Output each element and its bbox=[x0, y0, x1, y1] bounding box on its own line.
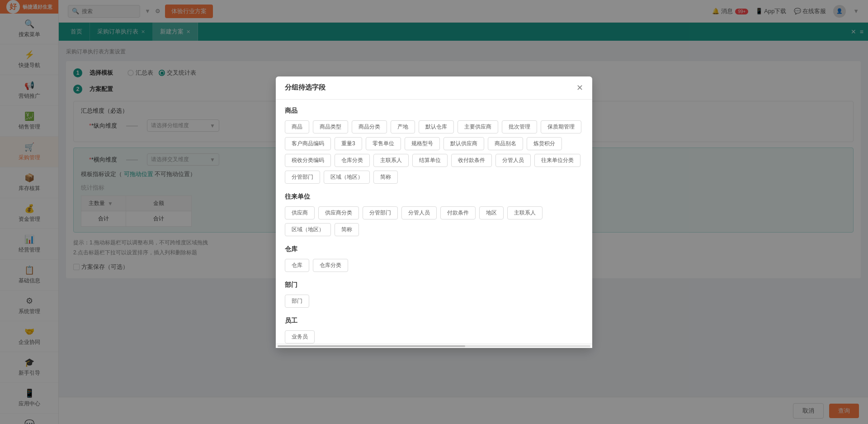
modal-section-往来单位: 往来单位供应商供应商分类分管部门分管人员付款条件地区主联系人区域（地区）简称 bbox=[285, 193, 583, 236]
field-tag[interactable]: 炼货积分 bbox=[527, 137, 562, 150]
field-grid-仓库: 仓库仓库分类 bbox=[285, 259, 583, 272]
modal-section-title: 商品 bbox=[285, 107, 583, 115]
field-tag[interactable]: 部门 bbox=[285, 295, 309, 308]
field-tag[interactable]: 仓库 bbox=[285, 259, 309, 272]
field-tag[interactable]: 收付款条件 bbox=[451, 154, 492, 167]
field-tag[interactable]: 分管部门 bbox=[285, 171, 320, 184]
field-tag[interactable]: 往来单位分类 bbox=[534, 154, 580, 167]
field-tag[interactable]: 分管人员 bbox=[401, 206, 437, 219]
field-tag[interactable]: 付款条件 bbox=[440, 206, 476, 219]
field-tag[interactable]: 主联系人 bbox=[373, 154, 409, 167]
field-tag[interactable]: 保质期管理 bbox=[541, 120, 581, 133]
field-tag[interactable]: 主联系人 bbox=[507, 206, 542, 219]
field-tag[interactable]: 零售单位 bbox=[366, 137, 401, 150]
modal-title: 分组待选字段 bbox=[285, 83, 326, 92]
modal-section-title: 员工 bbox=[285, 317, 583, 325]
field-tag[interactable]: 地区 bbox=[479, 206, 504, 219]
modal-section-商品: 商品商品商品类型商品分类产地默认仓库主要供应商批次管理保质期管理客户商品编码重量… bbox=[285, 107, 583, 184]
field-grid-往来单位: 供应商供应商分类分管部门分管人员付款条件地区主联系人区域（地区）简称 bbox=[285, 206, 583, 236]
field-tag[interactable]: 规格型号 bbox=[405, 137, 440, 150]
field-tag[interactable]: 重量3 bbox=[335, 137, 362, 150]
modal-section-员工: 员工业务员 bbox=[285, 317, 583, 343]
modal-section-部门: 部门部门 bbox=[285, 281, 583, 308]
field-tag[interactable]: 简称 bbox=[373, 171, 398, 184]
field-tag[interactable]: 客户商品编码 bbox=[285, 137, 331, 150]
field-tag[interactable]: 默认供应商 bbox=[443, 137, 484, 150]
field-tag[interactable]: 简称 bbox=[335, 223, 359, 236]
modal-section-title: 仓库 bbox=[285, 245, 583, 253]
modal-overlay[interactable]: 分组待选字段 ✕ 商品商品商品类型商品分类产地默认仓库主要供应商批次管理保质期管… bbox=[0, 0, 868, 424]
field-tag[interactable]: 供应商分类 bbox=[318, 206, 359, 219]
field-tag[interactable]: 业务员 bbox=[285, 330, 315, 343]
field-tag[interactable]: 商品分类 bbox=[352, 120, 387, 133]
field-grid-商品: 商品商品类型商品分类产地默认仓库主要供应商批次管理保质期管理客户商品编码重量3零… bbox=[285, 120, 583, 184]
field-tag[interactable]: 批次管理 bbox=[502, 120, 537, 133]
field-tag[interactable]: 分管部门 bbox=[363, 206, 398, 219]
modal-body: 商品商品商品类型商品分类产地默认仓库主要供应商批次管理保质期管理客户商品编码重量… bbox=[276, 100, 592, 343]
field-tag[interactable]: 结算单位 bbox=[412, 154, 448, 167]
field-tag[interactable]: 供应商 bbox=[285, 206, 315, 219]
field-tag[interactable]: 税收分类编码 bbox=[285, 154, 331, 167]
field-tag[interactable]: 商品别名 bbox=[488, 137, 523, 150]
field-grid-员工: 业务员 bbox=[285, 330, 583, 343]
modal-dialog: 分组待选字段 ✕ 商品商品商品类型商品分类产地默认仓库主要供应商批次管理保质期管… bbox=[276, 76, 592, 348]
field-tag[interactable]: 区域（地区） bbox=[285, 223, 331, 236]
modal-section-仓库: 仓库仓库仓库分类 bbox=[285, 245, 583, 272]
field-tag[interactable]: 仓库分类 bbox=[335, 154, 370, 167]
modal-header: 分组待选字段 ✕ bbox=[276, 76, 592, 100]
modal-section-title: 往来单位 bbox=[285, 193, 583, 201]
modal-section-title: 部门 bbox=[285, 281, 583, 289]
field-tag[interactable]: 商品 bbox=[285, 120, 309, 133]
modal-footer-scrollbar bbox=[276, 343, 592, 348]
field-tag[interactable]: 默认仓库 bbox=[419, 120, 454, 133]
field-grid-部门: 部门 bbox=[285, 295, 583, 308]
field-tag[interactable]: 仓库分类 bbox=[313, 259, 348, 272]
field-tag[interactable]: 分管人员 bbox=[495, 154, 531, 167]
field-tag[interactable]: 商品类型 bbox=[313, 120, 348, 133]
field-tag[interactable]: 产地 bbox=[391, 120, 415, 133]
field-tag[interactable]: 主要供应商 bbox=[458, 120, 498, 133]
field-tag[interactable]: 区域（地区） bbox=[324, 171, 370, 184]
modal-close-btn[interactable]: ✕ bbox=[576, 83, 583, 93]
